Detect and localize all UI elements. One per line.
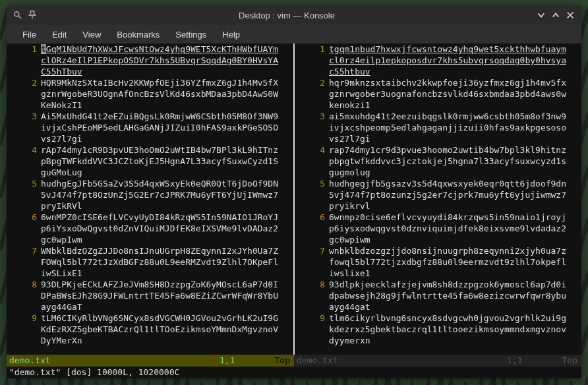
window-title: Desktop : vim — Konsole — [37, 11, 537, 20]
menu-edit[interactable]: Edit — [44, 27, 74, 42]
status-right-pos: 1,1 — [507, 355, 522, 367]
right-gutter: 123456789 — [295, 44, 329, 355]
status-left-pos: 1,1 — [220, 355, 235, 367]
left-code[interactable]: tGqM1NbUd7hXWxJFcwsNtOwz4yhq9WET5XcKThHW… — [41, 44, 293, 355]
left-pane[interactable]: 123456789 tGqM1NbUd7hXWxJFcwsNtOwz4yhq9W… — [7, 44, 293, 355]
status-right: demo.txt 1,1 Top — [294, 355, 581, 367]
right-pane[interactable]: 123456789 tgqm1nbud7hxwxjfcwsntowz4yhq9w… — [295, 44, 581, 355]
menu-view[interactable]: View — [74, 27, 109, 42]
menu-help[interactable]: Help — [214, 27, 248, 42]
menu-settings[interactable]: Settings — [167, 27, 214, 42]
menu-file[interactable]: File — [15, 27, 44, 42]
terminal-window: Desktop : vim — Konsole File Edit View B… — [7, 5, 581, 378]
editor-area: 123456789 tGqM1NbUd7hXWxJFcwsNtOwz4yhq9W… — [7, 44, 581, 355]
statusbar: demo.txt 1,1 Top demo.txt 1,1 Top — [7, 355, 581, 367]
menu-bookmarks[interactable]: Bookmarks — [109, 27, 167, 42]
svg-line-1 — [18, 16, 21, 18]
status-right-file: demo.txt — [297, 355, 338, 367]
status-left-top: Top — [275, 355, 290, 367]
maximize-icon[interactable] — [551, 11, 560, 20]
vertical-split[interactable] — [293, 44, 295, 355]
status-right-top: Top — [562, 355, 577, 367]
menubar: File Edit View Bookmarks Settings Help — [7, 25, 581, 44]
status-left-file: demo.txt — [9, 355, 51, 367]
close-icon[interactable] — [566, 11, 575, 20]
status-left: demo.txt 1,1 Top — [7, 355, 294, 367]
svg-point-0 — [15, 12, 19, 16]
search-icon[interactable] — [13, 11, 22, 20]
command-line: "demo.txt" [dos] 10000L, 1020000C — [7, 367, 581, 378]
right-code[interactable]: tgqm1nbud7hxwxjfcwsntowz4yhq9wet5xckthhw… — [329, 44, 581, 355]
left-gutter: 123456789 — [7, 44, 41, 355]
minimize-icon[interactable] — [537, 11, 546, 20]
titlebar[interactable]: Desktop : vim — Konsole — [7, 5, 581, 25]
pin-icon[interactable] — [28, 11, 37, 20]
